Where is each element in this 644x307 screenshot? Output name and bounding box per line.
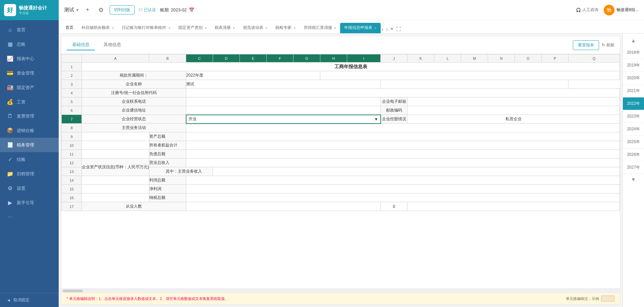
sidebar-item-guide[interactable]: ▶ 新手引导 <box>0 195 59 210</box>
calendar-icon[interactable]: 📅 <box>189 7 194 12</box>
tab-fixed-cat[interactable]: 固定资产类别 × <box>174 23 211 33</box>
col-header-K[interactable]: K <box>408 54 434 62</box>
sidebar-item-ledger[interactable]: ▦ 总账 <box>0 37 59 51</box>
year-scroll-up-button[interactable]: ▲ <box>630 37 637 44</box>
cell-14-value[interactable] <box>186 176 620 185</box>
tab-expand-button[interactable]: ⛶ <box>395 25 402 33</box>
cell-9-a[interactable] <box>82 132 149 141</box>
sidebar-item-invoice[interactable]: 🗒 发票管理 <box>0 109 59 123</box>
refresh-button[interactable]: ↻ 刷新 <box>602 42 614 48</box>
year-item-2026[interactable]: 2026年 <box>623 148 644 161</box>
col-header-J[interactable]: J <box>381 54 408 62</box>
cell-12-a[interactable]: 企业资产状况信息(币种：人民币万元) <box>82 159 149 176</box>
tab-journal-close-icon[interactable]: × <box>168 26 170 30</box>
year-item-2025[interactable]: 2025年 <box>623 136 644 148</box>
col-header-L[interactable]: L <box>434 54 461 62</box>
tab-tax-wave-close-icon[interactable]: × <box>265 26 267 30</box>
col-header-O[interactable]: O <box>515 54 542 62</box>
cell-17-label[interactable]: 从业人数 <box>82 202 186 211</box>
cell-3-value[interactable]: 测试 <box>186 80 381 89</box>
cell-13-value[interactable] <box>213 167 620 176</box>
cell-10-b[interactable]: 所有者权益合计 <box>149 141 186 150</box>
tab-journal[interactable]: 日记账与银行对账单核对 × <box>118 23 174 33</box>
dropdown-arrow-icon[interactable]: ▼ <box>374 117 378 122</box>
tab-tax-table[interactable]: 税表清册 × <box>211 23 239 33</box>
tab-aux[interactable]: 科目辅助余额表 × <box>77 23 118 33</box>
reset-report-button[interactable]: 重置报表 <box>573 40 599 50</box>
col-header-I[interactable]: I <box>347 54 381 62</box>
cell-17-j[interactable]: 0 <box>381 202 408 211</box>
add-button[interactable]: + <box>83 5 92 15</box>
col-header-B[interactable]: B <box>149 54 186 62</box>
cell-4-value[interactable] <box>186 89 620 97</box>
cell-10-a[interactable] <box>82 141 149 150</box>
col-header-C[interactable]: C <box>186 54 213 62</box>
sidebar-item-tax[interactable]: 🧾 税务管理 <box>0 138 59 152</box>
cell-16-value[interactable] <box>186 193 620 202</box>
panel-tab-other[interactable]: 其他信息 <box>98 40 126 50</box>
tab-income-tax[interactable]: 所得税汇算清缴 × <box>300 23 340 33</box>
panel-tab-basic[interactable]: 基础信息 <box>67 40 95 50</box>
tab-tax-expert[interactable]: 税检专家 × <box>271 23 300 33</box>
cell-7-value[interactable]: 开业 ▼ <box>186 115 381 124</box>
year-item-2023[interactable]: 2023年 <box>623 110 644 123</box>
cell-2-label[interactable]: 税款所属期间： <box>82 71 186 80</box>
sidebar-item-capital[interactable]: 💳 资金管理 <box>0 66 59 80</box>
cell-6-value[interactable] <box>186 106 381 115</box>
year-scroll-down-button[interactable]: ▼ <box>630 176 637 183</box>
cell-9-b[interactable]: 资产总额 <box>149 132 186 141</box>
sidebar-item-assets[interactable]: 🏭 固定资产 <box>0 80 59 95</box>
sidebar-item-home[interactable]: ⌂ 首页 <box>0 23 59 37</box>
col-header-D[interactable]: D <box>213 54 240 62</box>
sidebar-item-reports[interactable]: 📈 报表中心 <box>0 51 59 66</box>
cell-17-value[interactable] <box>186 202 381 211</box>
cell-5-label[interactable]: 企业联系电话 <box>82 97 186 106</box>
cell-5-j-value[interactable] <box>408 97 620 106</box>
tab-prev-button[interactable]: ‹ <box>381 25 385 33</box>
tab-home[interactable]: 首页 <box>61 23 77 33</box>
cell-15-value[interactable] <box>186 185 620 193</box>
sidebar-item-payroll[interactable]: 💰 工资 <box>0 95 59 109</box>
switch-old-version-button[interactable]: 切到旧版 <box>110 5 135 14</box>
company-dropdown-icon[interactable]: ▾ <box>76 7 79 13</box>
cell-14-b[interactable]: 利润总额 <box>149 176 186 185</box>
tab-tax-table-close-icon[interactable]: × <box>233 26 235 30</box>
sidebar-item-stock[interactable]: 📦 进销台账 <box>0 123 59 138</box>
cell-17-empty[interactable] <box>408 202 620 211</box>
col-header-G[interactable]: G <box>293 54 320 62</box>
cell-5-value[interactable] <box>186 97 381 106</box>
cell-3-empty[interactable] <box>381 80 569 89</box>
tab-next-button[interactable]: › <box>385 25 389 33</box>
col-header-A[interactable]: A <box>82 54 149 62</box>
cell-14-a[interactable] <box>82 176 149 185</box>
cell-9-value[interactable] <box>186 132 620 141</box>
sidebar-item-settings[interactable]: ⚙ 设置 <box>0 181 59 195</box>
spreadsheet-container[interactable]: A B C D E F G H I J K L M <box>61 54 620 289</box>
col-header-E[interactable]: E <box>240 54 267 62</box>
cell-15-b[interactable]: 净利润 <box>149 185 186 193</box>
tab-aux-close-icon[interactable]: × <box>112 26 114 30</box>
cell-10-value[interactable] <box>186 141 620 150</box>
cell-16-a[interactable] <box>82 193 149 202</box>
cell-2-empty[interactable] <box>320 71 620 80</box>
col-header-H[interactable]: H <box>320 54 347 62</box>
tab-annual-report[interactable]: 年报信息申报表 × <box>340 23 380 33</box>
year-item-2018[interactable]: 2018年 <box>623 46 644 59</box>
cell-12-b[interactable]: 营业总收入 <box>149 159 186 167</box>
horizontal-scrollbar[interactable] <box>61 289 620 293</box>
tab-fixed-cat-close-icon[interactable]: × <box>205 26 207 30</box>
sidebar-item-checkout[interactable]: ✓ 结账 <box>0 152 59 167</box>
year-item-2021[interactable]: 2021年 <box>623 85 644 97</box>
year-item-2024[interactable]: 2024年 <box>623 123 644 136</box>
cell-5-j[interactable]: 企业电子邮箱 <box>381 97 408 106</box>
cell-4-label[interactable]: 注册号/统一社会信用代码 <box>82 89 186 97</box>
cell-2-value[interactable]: 2022年度 <box>186 71 320 80</box>
year-item-2022[interactable]: 2022年 <box>623 97 644 110</box>
cell-11-b[interactable]: 负债总额 <box>149 150 186 159</box>
tab-annual-report-close-icon[interactable]: × <box>374 26 376 30</box>
settings-button[interactable]: ⚙ <box>96 5 106 15</box>
year-item-2019[interactable]: 2019年 <box>623 59 644 72</box>
cell-12-value[interactable] <box>186 159 620 167</box>
col-header-P[interactable]: P <box>542 54 569 62</box>
dropdown-container[interactable]: 开业 ▼ <box>186 116 380 123</box>
